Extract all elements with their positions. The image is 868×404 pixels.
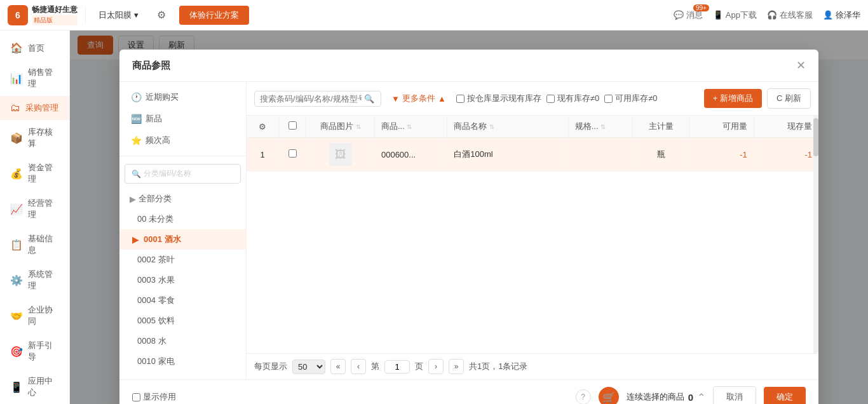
table-row[interactable]: 1 🖼 000600... 白酒100ml — [247, 138, 818, 172]
show-disabled-check[interactable] — [132, 393, 140, 401]
confirm-button[interactable]: 确定 — [764, 387, 806, 404]
prev-page-btn[interactable]: ‹ — [351, 359, 366, 374]
table-header-unit: 主计量 — [633, 116, 689, 138]
category-liquor[interactable]: ▶ 0001 酒水 — [119, 229, 246, 250]
app-download-btn[interactable]: 📱 App下载 — [713, 10, 757, 21]
sidebar-item-guide[interactable]: 🎯 新手引导 — [0, 333, 69, 369]
table-header-spec: 规格... ⇅ — [568, 116, 633, 138]
category-beverage[interactable]: 0005 饮料 — [119, 311, 246, 331]
online-service-btn[interactable]: 🎧 在线客服 — [767, 10, 813, 21]
sort-icon: ⇅ — [356, 123, 361, 130]
check-current-stock[interactable] — [546, 95, 555, 103]
cart-icon: 🛒 — [599, 387, 619, 404]
collapse-up-icon[interactable]: ⌃ — [697, 391, 705, 403]
star-icon: ⭐ — [131, 135, 142, 145]
check-current-stock-label[interactable]: 现有库存≠0 — [546, 93, 599, 104]
product-search-input[interactable] — [260, 94, 362, 104]
store-selector[interactable]: 日太阳膜 ▾ — [93, 7, 144, 24]
sort-icon-4: ⇅ — [600, 123, 606, 130]
next-page-btn[interactable]: › — [428, 359, 444, 374]
enterprise-icon: 🤝 — [10, 310, 23, 322]
sidebar-item-operations[interactable]: 📈 经营管理 — [0, 191, 69, 227]
high-frequency-nav[interactable]: ⭐ 频次高 — [125, 130, 241, 151]
table-check-all[interactable] — [288, 121, 297, 130]
category-tea[interactable]: 0002 茶叶 — [119, 250, 246, 270]
last-page-btn[interactable]: » — [449, 359, 464, 374]
purchase-icon: 🗂 — [10, 102, 20, 114]
table-header-settings[interactable]: ⚙ — [247, 116, 279, 138]
check-avail-stock-label[interactable]: 可用库存≠0 — [604, 93, 657, 104]
sidebar-item-purchase[interactable]: 🗂 采购管理 — [0, 96, 69, 120]
logo-text: 畅捷通好生意 精品版 — [32, 4, 78, 25]
left-panel-nav: 🕐 近期购买 🆕 新品 ⭐ 频次高 — [119, 87, 246, 151]
show-disabled-label[interactable]: 显示停用 — [132, 391, 176, 403]
table-header-check — [279, 116, 306, 138]
more-filter-button[interactable]: ▼ 更多条件 ▲ — [386, 90, 451, 107]
clock-icon: 🕐 — [131, 92, 142, 102]
phone-icon: 📱 — [713, 10, 723, 20]
recent-purchase-nav[interactable]: 🕐 近期购买 — [125, 87, 241, 107]
category-snack[interactable]: 0004 零食 — [119, 290, 246, 311]
page-size-select[interactable]: 50 20 100 — [292, 360, 325, 374]
inventory-icon: 📦 — [10, 132, 23, 144]
page-number-input[interactable] — [384, 360, 410, 374]
cell-code: 000600... — [374, 138, 447, 172]
row-checkbox[interactable] — [288, 149, 297, 158]
category-unclassified[interactable]: 00 未分类 — [119, 209, 246, 229]
sidebar-item-system[interactable]: ⚙️ 系统管理 — [0, 262, 69, 298]
cell-name: 白酒100ml — [447, 138, 569, 172]
cell-unit: 瓶 — [633, 138, 689, 172]
sidebar-item-enterprise[interactable]: 🤝 企业协同 — [0, 298, 69, 333]
cell-check[interactable] — [279, 138, 306, 172]
table-header-code: 商品... ⇅ — [374, 116, 447, 138]
help-button[interactable]: ? — [576, 389, 591, 404]
add-product-button[interactable]: + 新增商品 — [704, 89, 762, 108]
gear-button[interactable]: ⚙ — [151, 5, 172, 25]
table-scroll-thumb — [813, 118, 818, 156]
modal-overlay: 商品参照 ✕ 🕐 近期购买 🆕 — [70, 30, 868, 404]
apps-icon: 📱 — [10, 381, 23, 393]
modal: 商品参照 ✕ 🕐 近期购买 🆕 — [119, 50, 818, 404]
sidebar-item-sales[interactable]: 📊 销售管理 — [0, 60, 69, 96]
trial-button[interactable]: 体验行业方案 — [179, 6, 249, 25]
sidebar-item-inventory[interactable]: 📦 库存核算 — [0, 120, 69, 156]
user-menu[interactable]: 👤 徐泽华 — [823, 10, 860, 21]
first-page-btn[interactable]: « — [330, 359, 346, 374]
sidebar-item-finance[interactable]: 💰 资金管理 — [0, 156, 69, 191]
category-appliance[interactable]: 0010 家电 — [119, 351, 246, 372]
check-warehouse[interactable] — [456, 95, 465, 103]
check-avail-stock[interactable] — [604, 95, 613, 103]
new-product-nav[interactable]: 🆕 新品 — [125, 109, 241, 129]
product-table: ⚙ 商品图片 ⇅ — [247, 116, 818, 172]
right-panel: 🔍 ▼ 更多条件 ▲ 按仓库显示现有库存 — [247, 82, 818, 379]
cell-seq: 1 — [247, 138, 279, 172]
messages-btn[interactable]: 💬 消息 99+ — [674, 10, 703, 21]
category-search[interactable]: 🔍 分类编码/名称 — [125, 164, 241, 184]
cell-image: 🖼 — [306, 138, 374, 172]
category-water[interactable]: 0008 水 — [119, 331, 246, 351]
check-warehouse-label[interactable]: 按仓库显示现有库存 — [456, 93, 541, 104]
cell-spec — [568, 138, 633, 172]
sidebar-item-home[interactable]: 🏠 首页 — [0, 36, 69, 60]
search-icon: 🔍 — [364, 94, 374, 104]
pagination-bar: 每页显示 50 20 100 « ‹ 第 页 › — [247, 353, 818, 379]
sidebar-item-basic-info[interactable]: 📋 基础信息 — [0, 227, 69, 262]
category-all[interactable]: ▶ 全部分类 — [119, 189, 246, 209]
refresh-button[interactable]: C 刷新 — [767, 88, 811, 109]
table-scrollbar[interactable] — [813, 116, 818, 353]
nav-divider — [85, 6, 86, 24]
cell-stock: -1 — [754, 138, 818, 172]
category-fruit[interactable]: 0003 水果 — [119, 270, 246, 290]
sidebar-item-apps[interactable]: 📱 应用中心 — [0, 369, 69, 404]
home-icon: 🏠 — [10, 42, 23, 54]
operations-icon: 📈 — [10, 203, 23, 215]
left-panel: 🕐 近期购买 🆕 新品 ⭐ 频次高 — [119, 82, 247, 379]
left-divider — [119, 156, 246, 156]
product-search-wrap[interactable]: 🔍 — [254, 91, 381, 107]
product-image-placeholder: 🖼 — [329, 143, 352, 166]
table-header-name: 商品名称 ⇅ — [447, 116, 569, 138]
table-wrap: ⚙ 商品图片 ⇅ — [247, 116, 818, 353]
modal-close-button[interactable]: ✕ — [796, 58, 806, 72]
cell-available: -1 — [689, 138, 754, 172]
cancel-button[interactable]: 取消 — [713, 386, 756, 404]
